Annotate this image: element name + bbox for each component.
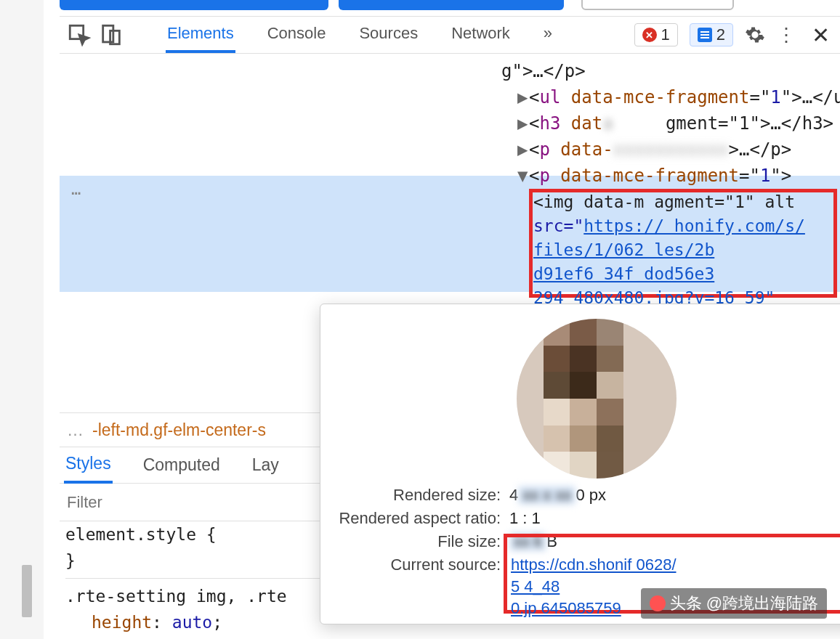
aspect-ratio-value: 1 : 1 (509, 509, 840, 528)
devtools-toolbar: Elements Console Sources Network » ✕ 1 2 (60, 16, 840, 54)
subtab-styles[interactable]: Styles (64, 447, 113, 484)
rendered-size-value: 4xx x xx0 px (509, 486, 840, 505)
selection-ellipsis: ⋯ (71, 180, 81, 206)
dom-line[interactable]: ▶<ul data-mce-fragment="1">…</ul> (501, 84, 834, 110)
watermark-badge: 头条 @跨境出海陆路 (641, 588, 827, 619)
collapse-triangle-icon[interactable]: ▶ (517, 84, 528, 110)
outline-bar (581, 0, 734, 10)
errors-badge[interactable]: ✕ 1 (634, 23, 678, 46)
tab-more-icon[interactable]: » (542, 17, 554, 53)
tab-console[interactable]: Console (266, 17, 328, 53)
issues-icon (698, 28, 712, 42)
expand-triangle-icon[interactable]: ▼ (517, 163, 528, 189)
svg-rect-1 (103, 25, 113, 42)
aspect-ratio-label: Rendered aspect ratio: (335, 509, 509, 528)
collapse-triangle-icon[interactable]: ▶ (517, 110, 528, 137)
errors-count: 1 (661, 25, 670, 44)
watermark-logo-icon (650, 595, 666, 611)
blue-bar (60, 0, 328, 10)
inspect-element-icon[interactable] (67, 23, 92, 47)
src-url-link[interactable]: d91ef6 34f dod56e3 (533, 264, 714, 283)
settings-gear-icon[interactable] (745, 25, 765, 45)
subtab-computed[interactable]: Computed (142, 448, 222, 482)
css-property[interactable]: height (65, 613, 152, 632)
subtab-layout[interactable]: Lay (251, 448, 280, 482)
dom-line[interactable]: g">…</p> (501, 58, 834, 84)
image-preview-thumbnail (517, 319, 677, 479)
src-url-link[interactable]: files/1/062 les/2b (533, 240, 714, 259)
rendered-size-label: Rendered size: (335, 486, 509, 505)
image-hover-popover: Rendered size: 4xx x xx0 px Rendered asp… (320, 304, 840, 624)
dom-line[interactable]: ▶<h3 data gment="1">…</h3> (501, 110, 834, 137)
dom-tree-pane[interactable]: ⋯ g">…</p> ▶<ul data-mce-fragment="1">…<… (60, 54, 840, 304)
panel-tabs: Elements Console Sources Network » (166, 17, 554, 53)
kebab-menu-icon[interactable]: ⋮ (777, 24, 796, 46)
close-icon[interactable]: ✕ (807, 23, 834, 48)
dom-line[interactable]: ▼<p data-mce-fragment="1"> (501, 163, 834, 189)
left-scrollbar-thumb[interactable] (22, 565, 32, 617)
breadcrumb-segment[interactable]: -left-md.gf-elm-center-s (92, 420, 266, 440)
watermark-prefix: 头条 (670, 593, 702, 614)
error-icon: ✕ (642, 28, 657, 42)
watermark-text: @跨境出海陆路 (706, 593, 818, 614)
img-src-block[interactable]: <img data-m agment="1" alt src="https://… (533, 190, 833, 310)
issues-badge[interactable]: 2 (690, 23, 733, 46)
current-source-label: Current source: (335, 555, 509, 574)
file-size-label: File size: (335, 532, 509, 551)
top-blue-bars (60, 0, 564, 15)
devtools-panel: Elements Console Sources Network » ✕ 1 2 (44, 0, 840, 639)
tab-network[interactable]: Network (450, 17, 512, 53)
issues-count: 2 (716, 25, 725, 44)
styles-filter-input[interactable] (67, 489, 285, 516)
dom-lines: g">…</p> ▶<ul data-mce-fragment="1">…</u… (501, 58, 834, 189)
src-url-link[interactable]: https:// honify.com/s/ (583, 216, 805, 235)
dom-line[interactable]: <img data-m agment="1" alt (533, 190, 833, 214)
app-frame: Elements Console Sources Network » ✕ 1 2 (0, 0, 840, 639)
breadcrumb-ellipsis[interactable]: … (67, 420, 84, 440)
collapse-triangle-icon[interactable]: ▶ (517, 137, 528, 163)
device-toolbar-icon[interactable] (99, 23, 124, 47)
tab-elements[interactable]: Elements (166, 17, 235, 53)
dom-line[interactable]: ▶<p data-xxxxxxxxxxx>…</p> (501, 137, 834, 163)
tab-sources[interactable]: Sources (358, 17, 419, 53)
blue-bar (339, 0, 564, 10)
css-value[interactable]: auto (172, 613, 212, 632)
